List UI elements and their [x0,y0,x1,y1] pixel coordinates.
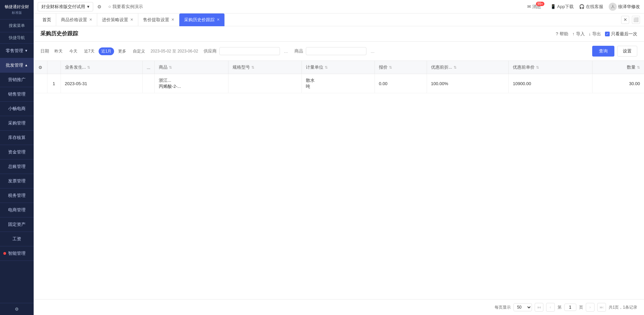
col-more[interactable]: ... [143,61,155,74]
col-unit[interactable]: 计量单位 ⇅ [301,61,374,74]
next-page-button[interactable]: › [586,303,595,312]
date-btn-yesterday[interactable]: 昨天 [52,47,65,55]
sidebar-item-search[interactable]: 搜索菜单 [0,20,34,32]
sidebar-item-purchase[interactable]: 采购管理 [0,116,34,131]
only-last-checkbox-label[interactable]: 只看最后一次 [605,31,637,37]
sidebar-item-label: 库存核算 [8,135,26,141]
tab-home[interactable]: 首页 [38,13,56,26]
topbar-settings-icon[interactable]: ⚙ [97,4,102,9]
tabbar: 首页 商品价格设置 ✕ 进价策略设置 ✕ 售价提取设置 ✕ 采购历史价跟踪 ✕ … [34,13,644,26]
sort-icon[interactable]: ⇅ [169,65,172,70]
sidebar-item-payroll[interactable]: 工资 [0,232,34,246]
gear-icon[interactable]: ⚙ [38,65,42,70]
sidebar-item-label: 批发管理 [6,62,23,68]
sort-icon[interactable]: ⇅ [87,65,90,70]
help-button[interactable]: ? 帮助 [556,31,568,37]
tab-sale-price-extract[interactable]: 售价提取设置 ✕ [138,13,179,26]
col-discount[interactable]: 优惠前折... ⇅ [427,61,509,74]
demo-link[interactable]: ○ 我要看实例演示 [108,4,143,10]
cell-unit: 散水 吨 [301,74,374,93]
sidebar-item-quicknav[interactable]: 快捷导航 [0,32,34,44]
sidebar-item-ledger[interactable]: 总账管理 [0,160,34,174]
sidebar-item-inventory[interactable]: 库存核算 [0,131,34,145]
phone-icon: 📱 [550,4,556,9]
sidebar-item-marketing[interactable]: 营销推广 [0,73,34,87]
headset-icon: 🎧 [579,4,584,9]
first-page-button[interactable]: ⏮ [535,303,543,312]
user-menu[interactable]: 人 徐泽华修改 [609,3,640,11]
only-last-checkbox[interactable] [605,32,610,36]
filter-settings-button[interactable]: 设置 [617,46,637,57]
tab-product-price[interactable]: 商品价格设置 ✕ [56,13,97,26]
tab-label: 售价提取设置 [143,17,169,23]
sidebar-item-ecom-xiao[interactable]: 小畅电商 [0,102,34,116]
maximize-tab-button[interactable]: ⬜ [632,16,640,24]
sort-icon[interactable]: ⇅ [536,65,539,70]
tab-close-icon[interactable]: ✕ [171,18,174,22]
col-business-date[interactable]: 业务发生... ⇅ [61,61,143,74]
per-page-select[interactable]: 50 20 100 [513,303,532,311]
sort-icon[interactable]: ⇅ [251,65,254,70]
more-icon: ... [147,65,150,70]
app-download-button[interactable]: 📱 App下载 [550,4,574,10]
import-button[interactable]: ↑ 导入 [572,31,585,37]
date-filter-group: 日期 昨天 今天 近7天 近1月 更多 自定义 2023-05-02 至 202… [40,47,198,55]
sidebar-item-retail[interactable]: 零售管理 ▼ [0,44,34,58]
col-gear[interactable]: ⚙ [34,61,47,74]
sort-icon[interactable]: ⇅ [637,65,640,70]
sidebar-item-tax[interactable]: 税务管理 [0,188,34,203]
sidebar-item-assets[interactable]: 固定资产 [0,217,34,232]
sidebar-item-finance[interactable]: 资金管理 [0,145,34,160]
col-pre-discount-price[interactable]: 优惠前单价 ⇅ [509,61,593,74]
col-product[interactable]: 商品 ⇅ [155,61,228,74]
col-spec[interactable]: 规格型号 ⇅ [228,61,301,74]
query-button[interactable]: 查询 [592,46,614,57]
tab-close-icon[interactable]: ✕ [89,18,92,22]
sidebar-item-wholesale[interactable]: 批发管理 ▲ [0,58,34,73]
sidebar-item-ecom[interactable]: 电商管理 [0,203,34,217]
version-selector[interactable]: 好业财标准版交付试用 ▾ [38,2,93,11]
date-btn-7days[interactable]: 近7天 [81,47,97,55]
supplier-input[interactable] [219,47,280,55]
app-logo[interactable]: 畅捷通好业财 标准版 [0,0,34,20]
logo-line1: 畅捷通好业财 [3,4,31,10]
question-icon: ? [556,31,558,36]
tab-purchase-history[interactable]: 采购历史价跟踪 ✕ [179,13,225,26]
col-quoted-price[interactable]: 报价 ⇅ [375,61,427,74]
page-input[interactable] [564,304,576,311]
date-btn-custom[interactable]: 自定义 [130,47,148,55]
sidebar: 畅捷通好业财 标准版 搜索菜单 快捷导航 零售管理 ▼ 批发管理 ▲ 营销推广 … [0,0,34,315]
sidebar-item-sales[interactable]: 销售管理 [0,87,34,102]
product-more-icon[interactable]: ... [369,48,376,54]
tab-label: 采购历史价跟踪 [184,17,215,23]
sidebar-settings-button[interactable]: ⚙ [0,303,34,315]
date-btn-1month[interactable]: 近1月 [99,47,114,55]
sidebar-item-label: 营销推广 [8,77,26,83]
sidebar-item-invoice[interactable]: 发票管理 [0,174,34,188]
date-btn-today[interactable]: 今天 [67,47,80,55]
export-button[interactable]: ↓ 导出 [589,31,601,37]
tab-purchase-strategy[interactable]: 进价策略设置 ✕ [97,13,138,26]
product-input[interactable] [306,47,366,55]
sidebar-item-ai[interactable]: 智能管理 [0,246,34,261]
messages-button[interactable]: ✉ 消息 99+ [527,4,541,10]
cell-quantity: 30.00 [593,74,644,93]
col-quantity[interactable]: 数量 ⇅ [593,61,644,74]
sort-icon[interactable]: ⇅ [454,65,457,70]
cell-unit-quoted: 吨 [306,83,370,90]
prev-page-button[interactable]: ‹ [546,303,555,312]
close-tab-button[interactable]: ✕ [621,16,629,24]
sort-icon[interactable]: ⇅ [389,65,392,70]
tab-close-icon[interactable]: ✕ [217,18,220,22]
table-row[interactable]: 1 2023-05-31 浙江... 丙烯酸-2-... 散水 吨 0.00 [34,74,644,93]
tab-close-icon[interactable]: ✕ [130,18,133,22]
col-label: 报价 [379,64,388,70]
supplier-more-icon[interactable]: ... [283,48,289,54]
sort-icon[interactable]: ⇅ [325,65,328,70]
sidebar-item-label: 资金管理 [8,149,26,155]
online-service-button[interactable]: 🎧 在线客服 [579,4,603,10]
last-page-button[interactable]: ⏭ [597,303,606,312]
col-label: 优惠前单价 [513,64,535,70]
date-btn-more[interactable]: 更多 [115,47,129,55]
import-label: 导入 [576,31,585,37]
